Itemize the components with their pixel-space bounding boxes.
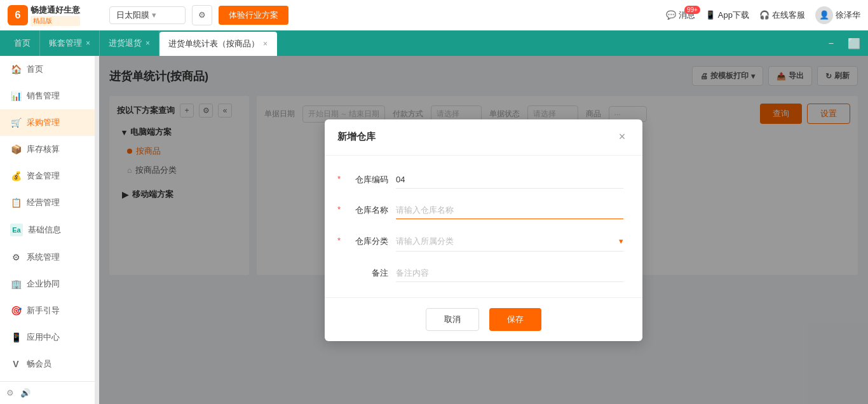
store-selector[interactable]: 日太阳膜 ▾: [109, 6, 186, 24]
sidebar-operations-label: 经营管理: [27, 197, 60, 208]
trial-button[interactable]: 体验行业方案: [219, 6, 288, 25]
tab-purchase-stats-label: 进货单统计表（按商品）: [168, 38, 259, 50]
username-label: 徐泽华: [836, 10, 860, 21]
main-layout: 🏠 首页 📊 销售管理 🛒 采购管理 📦 库存核算 💰 资金管理 📋 经营管理 …: [0, 56, 868, 404]
tab-account-close[interactable]: ×: [86, 39, 90, 48]
sidebar-item-sales[interactable]: 📊 销售管理: [0, 83, 95, 109]
sidebar-item-app-center[interactable]: 📱 应用中心: [0, 324, 95, 351]
message-button[interactable]: 💬 消息 99+: [666, 10, 695, 21]
sidebar-system-label: 系统管理: [27, 252, 60, 263]
enterprise-icon: 🏢: [10, 278, 22, 290]
avatar: 👤: [815, 6, 833, 24]
sidebar-item-finance[interactable]: 💰 资金管理: [0, 163, 95, 189]
form-row-code: 仓库编码: [344, 171, 623, 189]
online-service-button[interactable]: 🎧 在线客服: [759, 10, 805, 21]
home-icon: 🏠: [10, 64, 22, 75]
sales-icon: 📊: [10, 90, 22, 102]
sidebar-member-label: 畅会员: [27, 358, 51, 370]
store-name: 日太阳膜: [116, 10, 149, 21]
logo-sub: 精品版: [31, 16, 80, 26]
top-header: 6 畅捷通好生意 精品版 日太阳膜 ▾ ⚙ 体验行业方案 💬 消息 99+ 📱 …: [0, 0, 868, 30]
logo-area: 6 畅捷通好生意 精品版: [8, 4, 103, 26]
tab-home[interactable]: 首页: [5, 30, 40, 56]
sidebar-item-enterprise[interactable]: 🏢 企业协同: [0, 271, 95, 297]
modal-overlay: 新增仓库 × 仓库编码 仓库名称 仓库分类: [99, 56, 868, 404]
gear-button[interactable]: ⚙: [192, 5, 212, 25]
tab-minimize-button[interactable]: －: [822, 34, 840, 52]
name-input[interactable]: [396, 201, 623, 219]
category-label: 仓库分类: [344, 236, 388, 247]
chevron-down-icon: ▾: [152, 10, 156, 20]
header-right: 💬 消息 99+ 📱 App下载 🎧 在线客服 👤 徐泽华: [666, 6, 860, 24]
message-badge: 99+: [684, 6, 700, 14]
sidebar-item-guide[interactable]: 🎯 新手引导: [0, 297, 95, 324]
modal-header: 新增仓库 ×: [325, 119, 642, 156]
sidebar-item-inventory[interactable]: 📦 库存核算: [0, 136, 95, 163]
guide-icon: 🎯: [10, 305, 22, 316]
tab-bar: 首页 账套管理 × 进货退货 × 进货单统计表（按商品） × － ⬜: [0, 30, 868, 56]
category-arrow-icon: ▾: [619, 236, 623, 246]
settings-icon[interactable]: ⚙: [6, 388, 14, 398]
tab-purchase-return[interactable]: 进货退货 ×: [100, 30, 159, 56]
sidebar-home-label: 首页: [27, 64, 43, 75]
tab-purchase-return-label: 进货退货: [109, 37, 142, 49]
basic-info-icon: Ea: [10, 224, 23, 236]
sidebar-item-home[interactable]: 🏠 首页: [0, 56, 95, 83]
logo-text: 畅捷通好生意 精品版: [31, 4, 80, 26]
name-label: 仓库名称: [344, 205, 388, 216]
note-input[interactable]: [396, 264, 623, 282]
online-service-label: 在线客服: [772, 10, 805, 21]
form-row-name: 仓库名称: [344, 201, 623, 219]
tab-home-label: 首页: [14, 37, 31, 49]
tab-maximize-button[interactable]: ⬜: [845, 34, 863, 52]
sidebar-guide-label: 新手引导: [27, 305, 60, 316]
save-button[interactable]: 保存: [489, 308, 541, 331]
modal-body: 仓库编码 仓库名称 仓库分类 请输入所属分类 ▾: [325, 156, 642, 297]
category-placeholder: 请输入所属分类: [396, 236, 454, 247]
gear-icon: ⚙: [198, 10, 206, 20]
sidebar-item-member[interactable]: V 畅会员: [0, 351, 95, 377]
operations-icon: 📋: [10, 197, 22, 208]
sidebar: 🏠 首页 📊 销售管理 🛒 采购管理 📦 库存核算 💰 资金管理 📋 经营管理 …: [0, 56, 95, 404]
modal-new-warehouse: 新增仓库 × 仓库编码 仓库名称 仓库分类: [325, 119, 642, 341]
cancel-button[interactable]: 取消: [426, 308, 479, 331]
modal-footer: 取消 保存: [325, 297, 642, 341]
logo-icon: 6: [8, 5, 28, 25]
app-download-label: App下载: [718, 10, 749, 21]
sidebar-basic-info-label: 基础信息: [28, 224, 61, 236]
sidebar-item-basic-info[interactable]: Ea 基础信息: [0, 216, 95, 244]
code-label: 仓库编码: [344, 174, 388, 185]
finance-icon: 💰: [10, 170, 22, 182]
tab-account[interactable]: 账套管理 ×: [40, 30, 100, 56]
sidebar-finance-label: 资金管理: [27, 170, 60, 182]
purchase-icon: 🛒: [10, 117, 22, 128]
modal-close-button[interactable]: ×: [614, 130, 630, 145]
form-row-category: 仓库分类 请输入所属分类 ▾: [344, 232, 623, 252]
note-label: 备注: [344, 267, 388, 279]
sidebar-enterprise-label: 企业协同: [27, 278, 60, 290]
sidebar-item-operations[interactable]: 📋 经营管理: [0, 189, 95, 216]
sidebar-bottom: ⚙ 🔊: [0, 381, 95, 404]
tab-actions: － ⬜: [822, 34, 863, 52]
sidebar-purchase-label: 采购管理: [27, 117, 60, 128]
system-icon: ⚙: [10, 252, 22, 263]
volume-icon[interactable]: 🔊: [20, 388, 31, 398]
category-select[interactable]: 请输入所属分类 ▾: [396, 232, 623, 252]
app-download-button[interactable]: 📱 App下载: [705, 10, 749, 21]
tab-account-label: 账套管理: [49, 37, 82, 49]
content-area: 进货单统计(按商品) 🖨 按模板打印 ▾ 📤 导出 ↻ 刷新: [99, 56, 868, 404]
tab-purchase-stats[interactable]: 进货单统计表（按商品） ×: [159, 32, 277, 56]
user-menu[interactable]: 👤 徐泽华: [815, 6, 860, 24]
user-icon: 👤: [819, 10, 829, 20]
tab-purchase-return-close[interactable]: ×: [146, 39, 150, 48]
sidebar-item-system[interactable]: ⚙ 系统管理: [0, 244, 95, 271]
modal-title: 新增仓库: [337, 131, 376, 143]
sidebar-inventory-label: 库存核算: [27, 144, 60, 155]
member-icon: V: [10, 358, 22, 370]
logo-title: 畅捷通好生意: [31, 4, 80, 16]
sidebar-item-purchase[interactable]: 🛒 采购管理: [0, 109, 95, 136]
code-input[interactable]: [396, 171, 623, 189]
sidebar-sales-label: 销售管理: [27, 90, 60, 102]
tab-purchase-stats-close[interactable]: ×: [263, 39, 268, 48]
form-row-note: 备注: [344, 264, 623, 282]
